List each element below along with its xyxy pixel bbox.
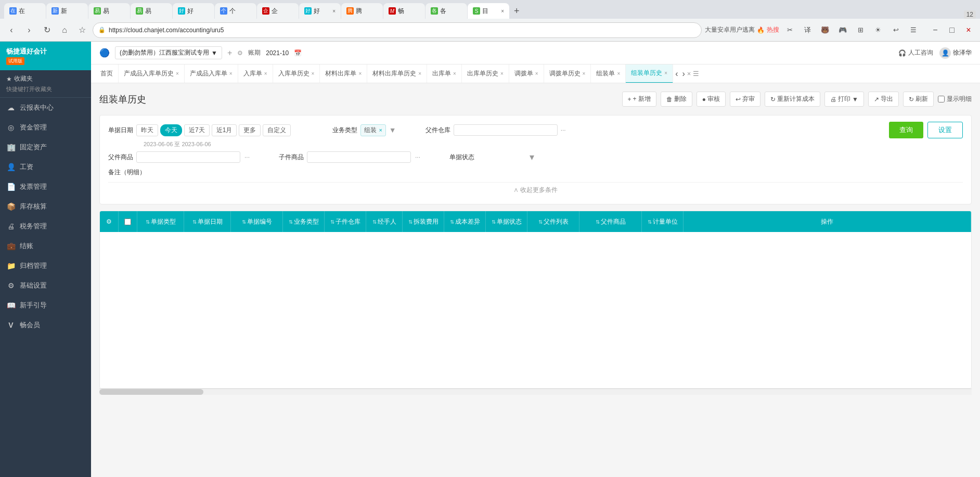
home-button[interactable]: ⌂: [57, 23, 72, 37]
tab-assembly-history-close[interactable]: ×: [664, 70, 667, 76]
th-cost-diff[interactable]: ⇅ 成本差异: [444, 211, 486, 232]
scrollbar-thumb[interactable]: [99, 389, 203, 395]
browser-tab-5[interactable]: 好 好: [173, 3, 214, 19]
sidebar-item-finance[interactable]: ◎ 资金管理: [0, 118, 91, 137]
maximize-button[interactable]: □: [945, 23, 959, 37]
horizontal-scrollbar[interactable]: [99, 389, 972, 395]
settings-gear-icon[interactable]: ⚙: [237, 49, 243, 57]
parent-warehouse-more-icon[interactable]: ···: [561, 126, 566, 134]
date-btn-7days[interactable]: 近7天: [184, 124, 210, 136]
page-tab-transfer-history[interactable]: 调拨单历史 ×: [544, 65, 591, 83]
close-window-button[interactable]: ×: [961, 23, 976, 37]
menu-icon[interactable]: ☰: [906, 23, 921, 37]
page-tab-outbound-history[interactable]: 出库单历史 ×: [462, 65, 509, 83]
page-tab-production-history[interactable]: 产成品入库单历史 ×: [119, 65, 185, 83]
tab-close-8[interactable]: ×: [332, 8, 336, 14]
browser-tab-1[interactable]: 在 在: [4, 3, 46, 19]
brightness-icon[interactable]: ☀: [871, 23, 885, 37]
abandon-button[interactable]: ↩ 弃审: [730, 92, 760, 107]
th-bill-date[interactable]: ⇅ 单据日期: [184, 211, 231, 232]
browser-tab-9[interactable]: 腾 腾: [341, 3, 383, 19]
date-btn-1month[interactable]: 近1月: [212, 124, 237, 136]
th-child-warehouse[interactable]: ⇅ 子件仓库: [325, 211, 366, 232]
child-goods-input[interactable]: [307, 151, 411, 163]
tab-outbound-close[interactable]: ×: [453, 71, 456, 76]
tab-production-history-close[interactable]: ×: [176, 71, 179, 76]
date-btn-more[interactable]: 更多: [239, 124, 261, 136]
review-button[interactable]: ● 审核: [697, 92, 726, 107]
page-tab-assembly-history[interactable]: 组装单历史 ×: [626, 65, 673, 83]
browser-tab-11[interactable]: 各 各: [425, 3, 467, 19]
th-parent-list[interactable]: ⇅ 父件列表: [527, 211, 579, 232]
browser-tab-8[interactable]: 好 好 ×: [299, 3, 341, 19]
back-button[interactable]: ‹: [4, 23, 19, 37]
sidebar-item-payroll[interactable]: 👤 工资: [0, 157, 91, 177]
tab-prev-button[interactable]: ‹: [673, 69, 680, 79]
scissors-icon[interactable]: ✂: [782, 23, 797, 37]
collapse-bar[interactable]: ∧ 收起更多条件: [108, 182, 963, 198]
biz-type-tag-close[interactable]: ×: [379, 127, 382, 133]
extension-icon-2[interactable]: 🎮: [835, 23, 850, 37]
minimize-button[interactable]: −: [928, 23, 943, 37]
add-company-icon[interactable]: +: [227, 48, 232, 58]
tab-transfer-history-close[interactable]: ×: [583, 71, 586, 76]
browser-tab-6[interactable]: 个 个: [215, 3, 256, 19]
page-tab-material-out-history[interactable]: 材料出库单历史 ×: [367, 65, 427, 83]
th-parent-goods[interactable]: ⇅ 父件商品: [579, 211, 642, 232]
sidebar-item-member[interactable]: V 畅会员: [0, 315, 91, 335]
company-selector[interactable]: (勿删勿禁用）江西服宝测试专用 ▼: [115, 46, 222, 59]
sidebar-item-assets[interactable]: 🏢 固定资产: [0, 137, 91, 157]
address-bar[interactable]: 🔒 https://cloud.chanjet.com/accounting/u…: [93, 22, 702, 38]
th-checkbox[interactable]: [119, 211, 137, 232]
display-detail-checkbox[interactable]: [938, 96, 945, 102]
page-tab-transfer[interactable]: 调拨单 ×: [509, 65, 544, 83]
tab-material-out-history-close[interactable]: ×: [418, 71, 421, 76]
child-goods-more-icon[interactable]: ···: [415, 153, 420, 161]
tab-production-close[interactable]: ×: [229, 71, 233, 76]
refresh-button[interactable]: ↻ 刷新: [903, 92, 934, 107]
tab-close-all-icon[interactable]: ×: [687, 70, 691, 78]
grid-icon[interactable]: ⊞: [853, 23, 868, 37]
tab-next-button[interactable]: ›: [680, 69, 687, 79]
support-button[interactable]: 🎧 人工咨询: [898, 48, 933, 57]
display-detail-checkbox-area[interactable]: 显示明细: [938, 95, 972, 104]
th-disassemble-fee[interactable]: ⇅ 拆装费用: [403, 211, 444, 232]
page-tab-inbound-history[interactable]: 入库单历史 ×: [273, 65, 320, 83]
sidebar-item-invoice[interactable]: 📄 发票管理: [0, 177, 91, 197]
th-bill-number[interactable]: ⇅ 单据编号: [231, 211, 283, 232]
sidebar-item-close[interactable]: 💼 结账: [0, 236, 91, 256]
th-settings[interactable]: ⚙: [100, 211, 119, 232]
biz-type-dropdown-icon[interactable]: ▼: [389, 126, 396, 134]
filter-settings-button[interactable]: 设置: [927, 122, 963, 138]
export-button[interactable]: ↗ 导出: [868, 92, 899, 107]
browser-tab-12[interactable]: S 目 ×: [468, 3, 509, 19]
tab-close-12[interactable]: ×: [501, 8, 504, 14]
browser-tab-2[interactable]: 新 新: [46, 3, 88, 19]
page-tab-inbound[interactable]: 入库单 ×: [238, 65, 273, 83]
th-handler[interactable]: ⇅ 经手人: [366, 211, 403, 232]
parent-warehouse-input[interactable]: [454, 124, 558, 136]
select-all-checkbox[interactable]: [124, 218, 131, 225]
recalculate-button[interactable]: ↻ 重新计算成本: [765, 92, 820, 107]
date-btn-today[interactable]: 今天: [160, 124, 182, 136]
th-biz-type[interactable]: ⇅ 业务类型: [283, 211, 325, 232]
undo-icon[interactable]: ↩: [888, 23, 903, 37]
page-tab-assembly[interactable]: 组装单 ×: [591, 65, 626, 83]
parent-goods-input[interactable]: [136, 151, 240, 163]
date-btn-yesterday[interactable]: 昨天: [136, 124, 158, 136]
th-bill-type[interactable]: ⇅ 单据类型: [137, 211, 184, 232]
browser-tab-4[interactable]: 易 易: [131, 3, 172, 19]
bookmark-button[interactable]: ☆: [75, 23, 89, 37]
sidebar-item-reports[interactable]: ☁ 云报表中心: [0, 98, 91, 118]
tab-inbound-history-close[interactable]: ×: [312, 71, 315, 76]
page-tab-home[interactable]: 首页: [95, 65, 119, 83]
sidebar-item-inventory[interactable]: 📦 库存核算: [0, 197, 91, 216]
tab-assembly-close[interactable]: ×: [617, 71, 620, 76]
sidebar-item-guide[interactable]: 📖 新手引导: [0, 295, 91, 315]
bill-status-dropdown[interactable]: ▾: [530, 151, 534, 163]
parent-goods-more-icon[interactable]: ···: [244, 153, 250, 161]
date-btn-custom[interactable]: 自定义: [263, 124, 291, 136]
tab-material-out-close[interactable]: ×: [358, 71, 362, 76]
sidebar-item-tax[interactable]: 🖨 税务管理: [0, 216, 91, 236]
browser-tab-7[interactable]: 企 企: [257, 3, 299, 19]
